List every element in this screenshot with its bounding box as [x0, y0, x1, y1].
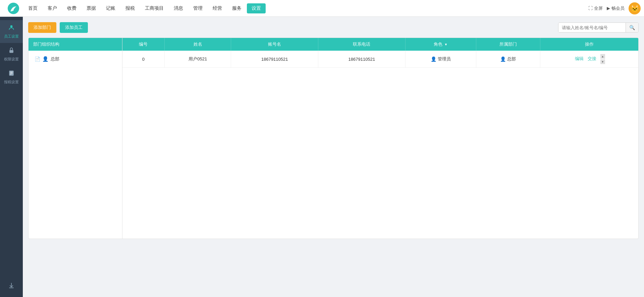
add-employee-button[interactable]: 添加员工 [60, 22, 88, 33]
transfer-action[interactable]: 交接 [588, 56, 596, 61]
col-role-label: 角色 [434, 42, 442, 47]
cell-actions: 编辑 交接 ▲ ▼ [540, 51, 638, 68]
content-area: 添加部门 添加员工 🔍 部门组织结构 📄 👤 总部 [23, 17, 644, 297]
employee-table: 编号 姓名 账号名 联系电话 角 [122, 38, 638, 68]
role-label: 管理员 [438, 56, 451, 62]
cell-phone: 18679110521 [318, 51, 406, 68]
sidebar: 员工设置 权限设置 报税设置 [0, 17, 23, 297]
sidebar-label-employee: 员工设置 [4, 34, 19, 39]
role-badge: 👤 管理员 [431, 56, 451, 62]
download-icon [8, 282, 15, 290]
add-dept-button[interactable]: 添加部门 [28, 22, 56, 33]
table-row: 0 用户0521 18679110521 18679110521 👤 管理员 [122, 51, 638, 68]
scroll-up-btn[interactable]: ▲ [600, 54, 605, 59]
main-layout: 员工设置 权限设置 报税设置 [0, 17, 644, 297]
search-icon: 🔍 [629, 25, 635, 30]
tree-header-label: 部门组织结构 [33, 42, 59, 47]
svg-rect-7 [9, 288, 13, 288]
col-phone: 联系电话 [318, 38, 406, 51]
scroll-down-btn[interactable]: ▼ [600, 59, 605, 64]
tree-user-icon: 👤 [42, 56, 49, 62]
topnav-right: ⛶ 全屏 ▶ 畅会员 🐱 [588, 2, 641, 14]
employee-panel: 部门组织结构 📄 👤 总部 编号 [28, 38, 639, 239]
nav-items: 首页 客户 收费 票据 记账 报税 工商项目 消息 管理 经营 服务 设置 [23, 3, 588, 13]
col-action: 操作 [540, 38, 638, 51]
nav-accounting[interactable]: 记账 [101, 3, 120, 13]
col-name-label: 姓名 [194, 42, 202, 47]
col-account: 账号名 [231, 38, 318, 51]
nav-home[interactable]: 首页 [23, 3, 42, 13]
col-account-label: 账号名 [268, 42, 281, 47]
dept-user-icon: 👤 [500, 56, 506, 62]
tree-panel: 部门组织结构 📄 👤 总部 [29, 38, 122, 239]
lock-icon [8, 47, 15, 55]
tree-file-icon: 📄 [35, 56, 40, 62]
avatar[interactable]: 🐱 [629, 2, 641, 14]
member-label: 畅会员 [611, 5, 625, 11]
dept-badge: 👤 总部 [500, 56, 516, 62]
nav-business[interactable]: 工商项目 [140, 3, 168, 13]
member-btn[interactable]: ▶ 畅会员 [607, 5, 625, 11]
svg-rect-2 [9, 50, 13, 53]
nav-message[interactable]: 消息 [169, 3, 188, 13]
sort-icon: ▼ [444, 43, 448, 46]
fullscreen-icon: ⛶ [588, 6, 593, 11]
nav-customer[interactable]: 客户 [43, 3, 62, 13]
tax-settings-icon [8, 70, 15, 78]
col-action-label: 操作 [585, 42, 594, 47]
nav-management[interactable]: 管理 [189, 3, 207, 13]
nav-tax[interactable]: 报税 [121, 3, 140, 13]
sidebar-item-permissions[interactable]: 权限设置 [0, 43, 23, 66]
svg-point-1 [10, 25, 13, 28]
col-id: 编号 [122, 38, 164, 51]
fullscreen-btn[interactable]: ⛶ 全屏 [588, 5, 603, 11]
video-icon: ▶ [607, 6, 610, 11]
cell-dept: 👤 总部 [476, 51, 540, 68]
nav-billing[interactable]: 收费 [62, 3, 81, 13]
sidebar-label-permissions: 权限设置 [4, 57, 19, 62]
sidebar-item-employee[interactable]: 员工设置 [0, 20, 23, 43]
employee-icon [8, 24, 15, 33]
cell-name: 用户0521 [164, 51, 231, 68]
nav-settings[interactable]: 设置 [247, 3, 266, 13]
col-dept-label: 所属部门 [499, 42, 517, 47]
cell-role: 👤 管理员 [405, 51, 476, 68]
col-dept: 所属部门 [476, 38, 540, 51]
cell-id: 0 [122, 51, 164, 68]
role-user-icon: 👤 [431, 56, 436, 62]
table-panel: 编号 姓名 账号名 联系电话 角 [122, 38, 638, 239]
top-navigation: 首页 客户 收费 票据 记账 报税 工商项目 消息 管理 经营 服务 设置 ⛶ … [0, 0, 644, 17]
col-role[interactable]: 角色 ▼ [405, 38, 476, 51]
col-name: 姓名 [164, 38, 231, 51]
col-id-label: 编号 [139, 42, 148, 47]
nav-operations[interactable]: 经营 [208, 3, 227, 13]
tree-item-label: 总部 [51, 56, 59, 62]
search-input[interactable] [558, 23, 626, 32]
tree-body: 📄 👤 总部 [29, 51, 122, 67]
table-header-row: 编号 姓名 账号名 联系电话 角 [122, 38, 638, 51]
search-box: 🔍 [558, 22, 639, 33]
toolbar: 添加部门 添加员工 🔍 [28, 22, 639, 33]
avatar-icon: 🐱 [631, 4, 639, 12]
col-phone-label: 联系电话 [353, 42, 370, 47]
nav-invoice[interactable]: 票据 [82, 3, 101, 13]
dept-label: 总部 [507, 56, 516, 62]
sidebar-bottom [0, 278, 23, 297]
sidebar-item-taxsettings[interactable]: 报税设置 [0, 66, 23, 89]
logo [3, 2, 23, 14]
tree-panel-header: 部门组织结构 [29, 38, 122, 51]
fullscreen-label: 全屏 [594, 5, 603, 11]
nav-service[interactable]: 服务 [227, 3, 246, 13]
sidebar-download[interactable] [0, 278, 23, 294]
edit-action[interactable]: 编辑 [575, 56, 584, 61]
cell-account: 18679110521 [231, 51, 318, 68]
search-button[interactable]: 🔍 [626, 23, 638, 32]
sidebar-label-taxsettings: 报税设置 [4, 80, 19, 85]
tree-item-root[interactable]: 📄 👤 总部 [33, 54, 117, 64]
